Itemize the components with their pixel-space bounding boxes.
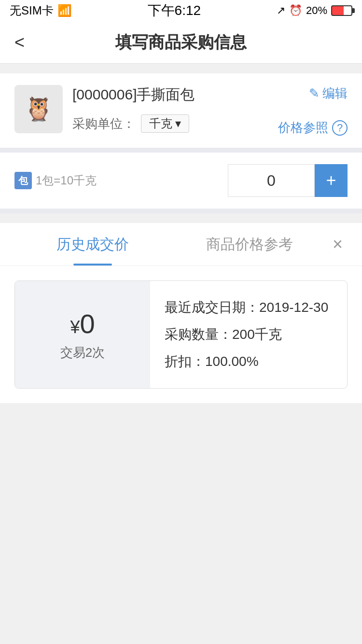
- status-right: ↗ ⏰ 20%: [277, 4, 352, 17]
- product-image: 🦉: [14, 85, 63, 133]
- transaction-price: ¥0: [70, 308, 95, 339]
- unit-value: 千克: [149, 116, 172, 131]
- tab-history-price[interactable]: 历史成交价: [14, 223, 171, 266]
- carrier-text: 无SIM卡: [10, 3, 54, 18]
- trade-count: 交易2次: [60, 344, 105, 361]
- battery-percent: 20%: [306, 4, 327, 17]
- yen-symbol: ¥: [70, 317, 80, 337]
- purchase-qty-label: 采购数量：: [165, 327, 232, 342]
- tab-price-ref-label: 商品价格参考: [206, 235, 293, 254]
- edit-icon: ✎: [309, 86, 320, 101]
- product-logo-icon: 🦉: [24, 96, 53, 123]
- tab-history-label: 历史成交价: [56, 235, 129, 254]
- status-time: 下午6:12: [148, 1, 201, 20]
- unit-selector[interactable]: 千克 ▾: [141, 114, 189, 133]
- purchase-qty-value: 200千克: [232, 327, 282, 342]
- nav-bar: < 填写商品采购信息: [0, 21, 362, 64]
- quantity-row: 包 1包=10千克 +: [0, 153, 362, 209]
- tab-header: 历史成交价 商品价格参考 ×: [0, 223, 362, 266]
- alarm-icon: ⏰: [289, 4, 302, 17]
- help-icon: ?: [332, 120, 348, 136]
- status-left: 无SIM卡 📶: [10, 3, 72, 18]
- tab-close-button[interactable]: ×: [328, 234, 348, 254]
- location-icon: ↗: [277, 4, 285, 17]
- divider-2: [0, 209, 362, 213]
- discount-value: 100.00%: [205, 354, 259, 369]
- unit-conversion-text: 1包=10千克: [36, 173, 97, 188]
- product-header: 🦉 [0000006]手撕面包 采购单位： 千克 ▾ ✎ 编辑 价格参照: [14, 85, 348, 136]
- unit-label: 采购单位：: [72, 115, 135, 132]
- discount-label: 折扣：: [165, 354, 205, 369]
- divider: [0, 148, 362, 153]
- recent-date-row: 最近成交日期：2019-12-30: [165, 298, 333, 317]
- unit-label-row: 包 1包=10千克: [14, 172, 97, 189]
- price-ref-button[interactable]: 价格参照 ?: [278, 119, 348, 136]
- product-card: 🦉 [0000006]手撕面包 采购单位： 千克 ▾ ✎ 编辑 价格参照: [0, 73, 362, 148]
- recent-date-label: 最近成交日期：: [165, 300, 259, 315]
- back-button[interactable]: <: [14, 32, 25, 53]
- unit-icon-box: 包: [14, 172, 32, 189]
- transaction-section: ¥0 交易2次 最近成交日期：2019-12-30 采购数量：200千克 折扣：…: [0, 266, 362, 403]
- price-value: 0: [80, 308, 95, 339]
- tab-price-ref[interactable]: 商品价格参考: [171, 223, 327, 266]
- transaction-details: 最近成交日期：2019-12-30 采购数量：200千克 折扣：100.00%: [150, 281, 347, 388]
- price-ref-label: 价格参照: [278, 119, 328, 136]
- purchase-qty-row: 采购数量：200千克: [165, 325, 333, 344]
- edit-button[interactable]: ✎ 编辑: [309, 85, 348, 102]
- discount-row: 折扣：100.00%: [165, 352, 333, 371]
- wifi-icon: 📶: [57, 4, 72, 17]
- status-bar: 无SIM卡 📶 下午6:12 ↗ ⏰ 20%: [0, 0, 362, 21]
- quantity-input-wrap: +: [228, 164, 348, 197]
- page-title: 填写商品采购信息: [115, 31, 247, 54]
- tab-panel: 历史成交价 商品价格参考 × ¥0 交易2次 最近成交日期：2019-12-30…: [0, 223, 362, 403]
- quantity-plus-button[interactable]: +: [315, 164, 348, 197]
- product-name: [0000006]手撕面包: [72, 85, 195, 105]
- edit-label: 编辑: [322, 85, 348, 102]
- dropdown-arrow-icon: ▾: [175, 117, 181, 130]
- product-info: [0000006]手撕面包 采购单位： 千克 ▾: [72, 85, 195, 133]
- product-unit-row: 采购单位： 千克 ▾: [72, 114, 195, 133]
- transaction-card: ¥0 交易2次 最近成交日期：2019-12-30 采购数量：200千克 折扣：…: [14, 280, 348, 389]
- transaction-summary: ¥0 交易2次: [15, 281, 150, 388]
- product-left: 🦉 [0000006]手撕面包 采购单位： 千克 ▾: [14, 85, 195, 133]
- recent-date-value: 2019-12-30: [259, 300, 328, 315]
- quantity-input[interactable]: [228, 164, 315, 197]
- bottom-space: [0, 403, 362, 644]
- battery-icon: [331, 5, 352, 16]
